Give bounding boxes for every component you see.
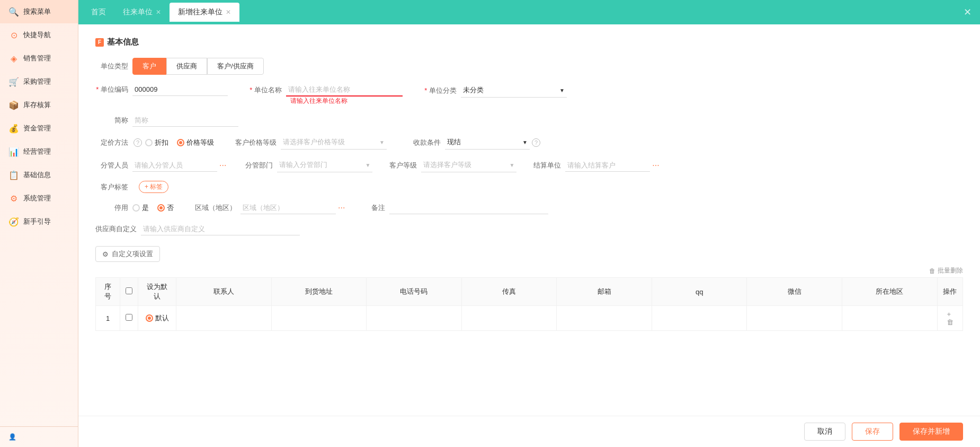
tab-new-partner[interactable]: 新增往来单位 ✕ (170, 3, 239, 22)
row-fax[interactable] (461, 306, 557, 331)
tab-home[interactable]: 首页 (83, 3, 114, 22)
sidebar-item-sales[interactable]: ◈ 销售管理 (0, 47, 78, 70)
manager-input[interactable] (132, 159, 217, 172)
col-qq: qq (652, 278, 747, 306)
customer-level-select[interactable]: 请选择客户等级 ▼ (421, 158, 516, 172)
unit-code-input[interactable] (132, 83, 228, 96)
type-btn-supplier[interactable]: 供应商 (166, 58, 207, 75)
row-address[interactable] (271, 306, 367, 331)
sidebar-item-finance[interactable]: 💰 资金管理 (0, 117, 78, 140)
sidebar-item-basic[interactable]: 📋 基础信息 (0, 163, 78, 187)
pricing-help-icon[interactable]: ? (133, 138, 142, 147)
row-contact[interactable] (176, 306, 271, 331)
department-select[interactable]: 请输入分管部门 ▼ (277, 158, 372, 172)
customer-level-chevron: ▼ (509, 162, 514, 168)
unit-name-group: 单位名称 请输入往来单位名称 (249, 83, 403, 106)
customize-label: 自定义项设置 (112, 249, 153, 259)
payment-terms-field: 收款条件 现结 ▼ ? (408, 135, 540, 150)
sidebar-item-search[interactable]: 🔍 搜索菜单 (0, 0, 78, 23)
department-chevron: ▼ (365, 162, 370, 168)
type-btn-customer[interactable]: 客户 (132, 58, 166, 75)
row-check[interactable] (120, 306, 138, 331)
row-phone[interactable] (367, 306, 462, 331)
radio-no[interactable]: 否 (157, 203, 174, 213)
settlement-field: 结算单位 ··· (533, 159, 661, 172)
sidebar-item-inventory[interactable]: 📦 库存核算 (0, 93, 78, 117)
unit-type-row: 单位类型 客户 供应商 客户/供应商 (95, 58, 963, 75)
col-wechat: 微信 (747, 278, 842, 306)
short-name-input[interactable] (132, 114, 238, 127)
cust-price-level-label: 客户价格等级 (235, 138, 281, 147)
row-region[interactable] (842, 306, 938, 331)
qq-input[interactable] (657, 314, 742, 322)
wechat-input[interactable] (752, 314, 836, 322)
add-tag-button[interactable]: + 标签 (139, 181, 168, 193)
sidebar-item-quicknav[interactable]: ⊙ 快捷导航 (0, 23, 78, 47)
row-wechat[interactable] (747, 306, 842, 331)
cust-price-level-field: 客户价格等级 请选择客户价格等级 ▼ (235, 135, 387, 150)
row-email[interactable] (557, 306, 652, 331)
radio-no-label: 否 (167, 203, 174, 213)
unit-name-field: 单位名称 (249, 83, 403, 97)
save-button[interactable]: 保存 (852, 423, 893, 441)
address-input[interactable] (277, 314, 361, 322)
contact-input[interactable] (182, 314, 266, 322)
radio-discount[interactable]: 折扣 (145, 138, 168, 147)
col-default: 设为默认 (138, 278, 176, 306)
col-no: 序号 (96, 278, 120, 306)
unit-name-input[interactable] (286, 83, 403, 97)
radio-yes[interactable]: 是 (132, 203, 149, 213)
email-input[interactable] (562, 314, 646, 322)
col-fax: 传真 (461, 278, 557, 306)
inventory-icon: 📦 (8, 100, 19, 110)
region-input[interactable] (240, 201, 336, 214)
batch-delete-btn[interactable]: 🗑 批量删除 (929, 266, 963, 275)
manager-label: 分管人员 (95, 161, 132, 170)
contact-table: 序号 设为默认 联系人 到货地址 电话号码 传真 邮箱 qq 微信 所在地区 操… (95, 277, 963, 331)
type-btn-both[interactable]: 客户/供应商 (207, 58, 264, 75)
add-row-btn[interactable]: + (947, 310, 951, 318)
sidebar-item-system[interactable]: ⚙ 系统管理 (0, 187, 78, 210)
batch-delete-icon: 🗑 (929, 267, 936, 275)
tab-partner-close[interactable]: ✕ (156, 8, 161, 16)
phone-input[interactable] (372, 314, 456, 322)
save-and-new-button[interactable]: 保存并新增 (899, 423, 963, 441)
delete-row-btn[interactable]: 🗑 (947, 318, 954, 326)
region-more-btn[interactable]: ··· (336, 203, 347, 213)
supplier-custom-input[interactable] (141, 223, 300, 235)
row-checkbox[interactable] (126, 314, 132, 321)
sidebar-item-guide[interactable]: 🧭 新手引导 (0, 210, 78, 233)
disabled-radio-group: 是 否 (132, 203, 174, 213)
region-label: 区域（地区） (195, 203, 240, 213)
sidebar-item-label: 采购管理 (23, 77, 51, 86)
payment-terms-select[interactable]: 现结 ▼ (445, 135, 530, 150)
pricing-method-field: 定价方法 ? 折扣 价格等级 (95, 138, 214, 147)
row-qq[interactable] (652, 306, 747, 331)
close-all-tabs[interactable]: ✕ (959, 6, 976, 18)
settlement-more-btn[interactable]: ··· (650, 161, 661, 170)
sidebar-item-purchase[interactable]: 🛒 采购管理 (0, 70, 78, 93)
cust-price-level-select[interactable]: 请选择客户价格等级 ▼ (281, 135, 387, 150)
tab-new-partner-close[interactable]: ✕ (226, 8, 231, 16)
fax-input[interactable] (467, 314, 551, 322)
sidebar-item-operation[interactable]: 📊 经营管理 (0, 140, 78, 163)
cancel-button[interactable]: 取消 (804, 423, 845, 441)
select-all-checkbox[interactable] (126, 287, 132, 294)
payment-help-icon[interactable]: ? (532, 138, 540, 147)
manager-more-btn[interactable]: ··· (217, 161, 228, 170)
unit-category-chevron: ▼ (559, 87, 565, 93)
settlement-input[interactable] (565, 159, 650, 172)
remark-input[interactable] (389, 201, 548, 214)
unit-category-field: 单位分类 未分类 ▼ (424, 83, 567, 98)
radio-price-level-label: 价格等级 (186, 138, 214, 147)
sales-icon: ◈ (8, 53, 19, 64)
col-email: 邮箱 (557, 278, 652, 306)
unit-category-label: 单位分类 (424, 86, 461, 95)
region-table-input[interactable] (848, 314, 932, 322)
unit-category-select[interactable]: 未分类 ▼ (461, 83, 567, 98)
radio-price-level[interactable]: 价格等级 (177, 138, 214, 147)
row-default-radio[interactable]: 默认 (144, 313, 171, 323)
tab-partner[interactable]: 往来单位 ✕ (114, 3, 170, 22)
department-label: 分管部门 (245, 161, 277, 170)
customize-settings-btn[interactable]: ⚙ 自定义项设置 (95, 246, 160, 262)
